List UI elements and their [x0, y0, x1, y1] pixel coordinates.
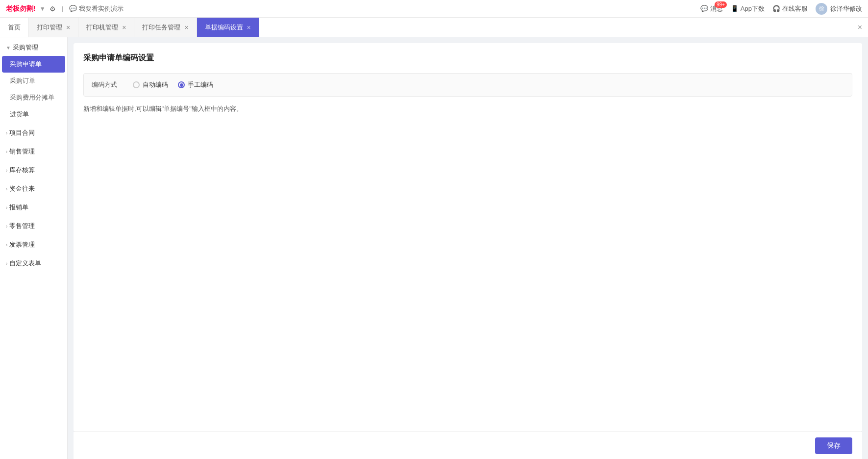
- tab-print-task-mgmt[interactable]: 打印任务管理 ×: [134, 18, 197, 37]
- sidebar-group-label-project-contract: 项目合同: [9, 128, 35, 137]
- radio-auto-circle: [133, 81, 140, 88]
- mobile-icon: 📱: [731, 5, 739, 12]
- sidebar-group-fund-flow: › 资金往来: [0, 180, 67, 197]
- tab-printer-mgmt[interactable]: 打印机管理 ×: [78, 18, 134, 37]
- sidebar-group-return: › 报销单: [0, 199, 67, 216]
- arrow-right-icon-7: ›: [6, 242, 7, 248]
- sidebar-group-label-custom-form: 自定义表单: [9, 259, 41, 268]
- tab-home[interactable]: 首页: [0, 18, 29, 37]
- bottom-bar: 保存: [74, 432, 862, 459]
- sidebar-group-header-return[interactable]: › 报销单: [0, 199, 67, 216]
- sidebar-group-custom-form: › 自定义表单: [0, 255, 67, 272]
- sidebar-group-label-inventory: 库存核算: [9, 166, 35, 175]
- demo-link[interactable]: 💬 我要看实例演示: [69, 4, 124, 13]
- sidebar-group-header-project-contract[interactable]: › 项目合同: [0, 125, 67, 141]
- app-download-label: App下数: [741, 4, 765, 13]
- sidebar-group-label-fund-flow: 资金往来: [9, 184, 35, 193]
- tab-bar-filler: [259, 18, 852, 37]
- sidebar-group-header-invoice-mgmt[interactable]: › 发票管理: [0, 236, 67, 253]
- sidebar-group-label-return: 报销单: [9, 203, 28, 212]
- online-service-button[interactable]: 🎧 在线客服: [772, 4, 808, 13]
- radio-auto-encoding[interactable]: 自动编码: [133, 80, 168, 89]
- demo-link-text: 我要看实例演示: [79, 4, 124, 13]
- message-icon: 💬: [700, 5, 708, 12]
- tab-bar: 首页 打印管理 × 打印机管理 × 打印任务管理 × 单据编码设置 × ×: [0, 18, 868, 37]
- encoding-label: 编码方式: [92, 80, 121, 89]
- close-all-tabs-button[interactable]: ×: [852, 18, 868, 37]
- online-service-label: 在线客服: [782, 4, 808, 13]
- content-area: 采购申请单编码设置 编码方式 自动编码 手工编码 新增和编辑单据时,可以编辑"单…: [68, 37, 868, 459]
- sidebar-group-header-inventory[interactable]: › 库存核算: [0, 162, 67, 178]
- sidebar-group-label-purchase-mgmt: 采购管理: [13, 43, 38, 52]
- main-layout: ▼ 采购管理 采购申请单 采购订单 采购费用分摊单 进货单 › 项目合同: [0, 37, 868, 459]
- user-name: 徐泽华修改: [830, 4, 862, 13]
- sidebar-item-label-stock-in: 进货单: [10, 110, 29, 118]
- top-bar: 老板勿割! ▼ ⚙ | 💬 我要看实例演示 💬 消息 99+ 📱 App下数 🎧…: [0, 0, 868, 18]
- radio-manual-label: 手工编码: [188, 80, 213, 89]
- sidebar-group-project-contract: › 项目合同: [0, 125, 67, 141]
- avatar: 徐: [816, 3, 827, 15]
- sidebar-group-retail-mgmt: › 零售管理: [0, 218, 67, 234]
- tab-home-label: 首页: [8, 23, 21, 32]
- tab-print-task-mgmt-label: 打印任务管理: [142, 23, 180, 32]
- close-all-icon: ×: [858, 23, 862, 32]
- sidebar-item-label-purchase-expense: 采购费用分摊单: [10, 94, 54, 101]
- app-download-button[interactable]: 📱 App下数: [731, 4, 765, 13]
- tab-print-task-mgmt-close[interactable]: ×: [184, 24, 188, 31]
- tab-printer-mgmt-label: 打印机管理: [86, 23, 118, 32]
- tab-single-code-setting-label: 单据编码设置: [205, 23, 243, 32]
- settings-icon[interactable]: ⚙: [50, 5, 56, 13]
- arrow-right-icon-2: ›: [6, 149, 7, 154]
- encoding-section: 编码方式 自动编码 手工编码: [83, 73, 852, 97]
- tab-print-mgmt-label: 打印管理: [37, 23, 62, 32]
- chat-icon: 💬: [69, 5, 77, 12]
- message-button[interactable]: 💬 消息 99+: [700, 4, 723, 13]
- chevron-down-icon: ▼: [40, 5, 46, 12]
- arrow-right-icon-8: ›: [6, 261, 7, 266]
- tab-single-code-setting-close[interactable]: ×: [247, 24, 251, 31]
- arrow-right-icon-5: ›: [6, 205, 7, 210]
- top-bar-left: 老板勿割! ▼ ⚙ | 💬 我要看实例演示: [6, 4, 124, 13]
- content-inner: 采购申请单编码设置 编码方式 自动编码 手工编码 新增和编辑单据时,可以编辑"单…: [74, 43, 862, 432]
- tab-print-mgmt-close[interactable]: ×: [66, 24, 70, 31]
- sidebar-item-label-purchase-request: 采购申请单: [10, 60, 42, 68]
- sidebar-group-sales-mgmt: › 销售管理: [0, 143, 67, 160]
- page-title: 采购申请单编码设置: [83, 53, 852, 63]
- user-info[interactable]: 徐 徐泽华修改: [816, 3, 862, 15]
- sidebar-group-purchase-mgmt: ▼ 采购管理 采购申请单 采购订单 采购费用分摊单 进货单: [0, 39, 67, 123]
- sidebar-group-header-fund-flow[interactable]: › 资金往来: [0, 180, 67, 197]
- arrow-right-icon-6: ›: [6, 224, 7, 229]
- hint-text: 新增和编辑单据时,可以编辑"单据编号"输入框中的内容。: [83, 104, 852, 113]
- logo-text: 老板勿割!: [6, 4, 36, 13]
- sidebar-group-inventory: › 库存核算: [0, 162, 67, 178]
- save-button[interactable]: 保存: [815, 437, 852, 454]
- sidebar-group-label-invoice-mgmt: 发票管理: [9, 240, 35, 249]
- tab-print-mgmt[interactable]: 打印管理 ×: [29, 18, 78, 37]
- arrow-down-icon: ▼: [6, 45, 11, 51]
- sidebar-group-label-retail-mgmt: 零售管理: [9, 222, 35, 230]
- sidebar-group-label-sales-mgmt: 销售管理: [9, 147, 35, 156]
- top-bar-right: 💬 消息 99+ 📱 App下数 🎧 在线客服 徐 徐泽华修改: [700, 3, 862, 15]
- radio-manual-circle: [178, 81, 185, 88]
- sidebar: ▼ 采购管理 采购申请单 采购订单 采购费用分摊单 进货单 › 项目合同: [0, 37, 68, 459]
- sidebar-group-invoice-mgmt: › 发票管理: [0, 236, 67, 253]
- divider: |: [62, 5, 63, 12]
- tab-printer-mgmt-close[interactable]: ×: [122, 24, 126, 31]
- tab-single-code-setting[interactable]: 单据编码设置 ×: [197, 18, 259, 37]
- radio-manual-encoding[interactable]: 手工编码: [178, 80, 213, 89]
- sidebar-item-label-purchase-order: 采购订单: [10, 77, 35, 84]
- sidebar-item-stock-in[interactable]: 进货单: [0, 106, 67, 123]
- sidebar-item-purchase-order[interactable]: 采购订单: [0, 73, 67, 89]
- sidebar-group-header-retail-mgmt[interactable]: › 零售管理: [0, 218, 67, 234]
- message-badge: 99+: [715, 1, 727, 8]
- sidebar-group-header-sales-mgmt[interactable]: › 销售管理: [0, 143, 67, 160]
- sidebar-item-purchase-request[interactable]: 采购申请单: [2, 56, 65, 73]
- sidebar-item-purchase-expense[interactable]: 采购费用分摊单: [0, 89, 67, 106]
- radio-auto-label: 自动编码: [143, 80, 168, 89]
- arrow-right-icon-4: ›: [6, 186, 7, 192]
- sidebar-group-header-custom-form[interactable]: › 自定义表单: [0, 255, 67, 272]
- arrow-right-icon-1: ›: [6, 130, 7, 136]
- sidebar-group-header-purchase-mgmt[interactable]: ▼ 采购管理: [0, 39, 67, 56]
- headset-icon: 🎧: [772, 5, 780, 12]
- arrow-right-icon-3: ›: [6, 168, 7, 173]
